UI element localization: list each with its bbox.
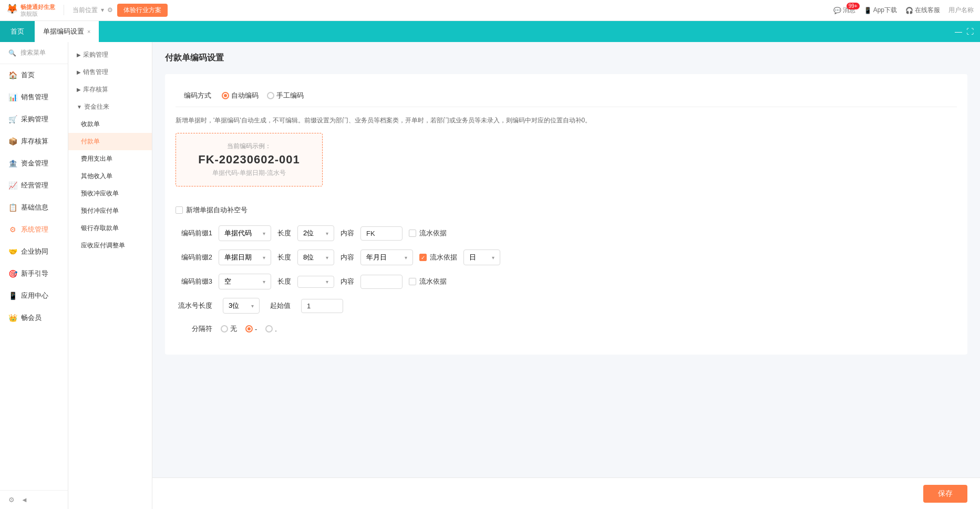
nav-dropdown-icon[interactable]: ▾ <box>101 6 104 14</box>
length3-select[interactable]: ▾ <box>297 276 334 288</box>
sidebar-item-system[interactable]: ⚙ 系统管理 <box>0 219 68 241</box>
serial1-checkbox[interactable] <box>409 230 416 237</box>
sep-dot-radio[interactable]: . <box>265 325 277 333</box>
tab-close-button[interactable]: × <box>87 28 90 35</box>
sidebar-group-purchase-title[interactable]: ▶ 采购管理 <box>68 46 152 64</box>
nav-search[interactable]: 🔍 搜索菜单 <box>0 42 68 64</box>
notice-text: 新增单据时，'单据编码'自动生成，不可编辑。前缀设置为部门、业务员等档案类，开单… <box>176 116 957 126</box>
sep-none-radio[interactable]: 无 <box>221 324 237 334</box>
serial2-label: 流水依据 <box>430 253 457 262</box>
bottom-settings-icon[interactable]: ⚙ <box>8 496 15 504</box>
group-arrow-sales: ▶ <box>77 69 81 75</box>
serial-length-select[interactable]: 3位 ▾ <box>223 298 260 314</box>
tab-minimize-icon[interactable]: — <box>955 27 962 36</box>
manual-code-radio[interactable]: 手工编码 <box>267 91 304 100</box>
tab-bar: 首页 单据编码设置 × — ⛶ <box>0 21 980 42</box>
sep-none-label: 无 <box>230 324 237 334</box>
sidebar-group-sales-title[interactable]: ▶ 销售管理 <box>68 64 152 81</box>
preview-box: 当前编码示例： FK-20230602-001 单据代码-单据日期-流水号 <box>176 133 323 186</box>
sidebar-item-adjust[interactable]: 应收应付调整单 <box>68 237 152 254</box>
separator-label: 分隔符 <box>176 324 212 334</box>
content1-input[interactable] <box>360 226 403 241</box>
prefix3-select[interactable]: 空 ▾ <box>219 274 271 289</box>
trial-button[interactable]: 体验行业方案 <box>117 4 168 17</box>
content1-label: 内容 <box>341 228 354 238</box>
system-icon: ⚙ <box>8 225 17 234</box>
length2-value: 8位 <box>303 253 314 262</box>
message-button[interactable]: 💬 消息 99+ <box>833 6 855 15</box>
save-button[interactable]: 保存 <box>923 485 967 503</box>
sidebar-item-appcenter[interactable]: 📱 应用中心 <box>0 285 68 307</box>
prefix1-arrow-icon: ▾ <box>263 231 265 236</box>
prefix2-arrow-icon: ▾ <box>263 255 265 261</box>
start-value-label: 起始值 <box>270 301 291 310</box>
tab-maximize-icon[interactable]: ⛶ <box>966 27 974 36</box>
sidebar-item-payment[interactable]: 付款单 <box>68 133 152 150</box>
sidebar-item-inventory[interactable]: 📦 库存核算 <box>0 130 68 152</box>
auto-fill-checkbox[interactable] <box>176 206 183 214</box>
length3-arrow-icon: ▾ <box>326 279 328 285</box>
sidebar-item-inventory-label: 库存核算 <box>21 137 48 146</box>
sidebar-group-inventory-title[interactable]: ▶ 库存核算 <box>68 81 152 98</box>
sidebar-item-bank[interactable]: 银行存取款单 <box>68 220 152 237</box>
sidebar-item-basic[interactable]: 📋 基础信息 <box>0 196 68 219</box>
prefix2-select[interactable]: 单据日期 ▾ <box>219 250 271 265</box>
guide-icon: 🎯 <box>8 269 17 278</box>
app-download-label: App下载 <box>873 6 897 15</box>
sidebar-item-home[interactable]: 🏠 首页 <box>0 64 68 86</box>
online-service-button[interactable]: 🎧 在线客服 <box>905 6 940 15</box>
sidebar-item-guide-label: 新手引导 <box>21 269 48 278</box>
start-value-input[interactable] <box>301 299 343 313</box>
prefix1-select[interactable]: 单据代码 ▾ <box>219 225 271 241</box>
separator-row: 分隔符 无 - . <box>176 324 957 334</box>
bottom-collapse-icon[interactable]: ◄ <box>21 496 28 504</box>
manual-code-label: 手工编码 <box>276 91 304 100</box>
sidebar-item-enterprise[interactable]: 🤝 企业协同 <box>0 241 68 263</box>
length1-select[interactable]: 2位 ▾ <box>297 225 334 241</box>
radio-group: 自动编码 手工编码 <box>222 91 304 100</box>
tab-current[interactable]: 单据编码设置 × <box>35 21 99 42</box>
sidebar-item-other-income[interactable]: 其他收入单 <box>68 168 152 185</box>
sidebar-group-inventory: ▶ 库存核算 <box>68 81 152 98</box>
sidebar-item-member-label: 畅会员 <box>21 313 42 323</box>
sidebar-item-finance[interactable]: 🏦 资金管理 <box>0 152 68 174</box>
sidebar-item-guide[interactable]: 🎯 新手引导 <box>0 263 68 285</box>
length1-arrow-icon: ▾ <box>326 231 328 236</box>
content2-select[interactable]: 年月日 ▾ <box>360 250 413 265</box>
search-icon: 🔍 <box>8 49 16 57</box>
app-download-button[interactable]: 📱 App下载 <box>864 6 897 15</box>
top-bar: 🦊 畅捷通好生意 旗舰版 当前位置 ▾ ⚙ 体验行业方案 💬 消息 99+ 📱 … <box>0 0 980 21</box>
nav-bottom: ⚙ ◄ <box>0 490 68 509</box>
sidebar-item-operation[interactable]: 📈 经营管理 <box>0 174 68 196</box>
tab-current-label: 单据编码设置 <box>43 27 84 36</box>
sep-dash-radio[interactable]: - <box>245 325 257 333</box>
sidebar-item-receipt[interactable]: 收款单 <box>68 116 152 133</box>
length2-select[interactable]: 8位 ▾ <box>297 250 334 265</box>
nav-settings-icon[interactable]: ⚙ <box>107 6 113 14</box>
sidebar-item-prepay-payable[interactable]: 预付冲应付单 <box>68 202 152 220</box>
top-bar-left: 🦊 畅捷通好生意 旗舰版 当前位置 ▾ ⚙ 体验行业方案 <box>6 3 168 17</box>
serial2-checkbox[interactable]: ✓ <box>419 254 427 261</box>
tab-home[interactable]: 首页 <box>0 21 35 42</box>
sidebar-item-purchase-label: 采购管理 <box>21 115 48 124</box>
prefix-row-2: 编码前缀2 单据日期 ▾ 长度 8位 ▾ 内容 年月日 ▾ <box>176 250 957 265</box>
sidebar-item-prepay-receivable[interactable]: 预收冲应收单 <box>68 185 152 202</box>
sidebar-item-member[interactable]: 👑 畅会员 <box>0 307 68 329</box>
serial3-checkbox[interactable] <box>409 278 416 285</box>
auto-fill-label: 新增单据自动补空号 <box>186 205 247 215</box>
content3-input[interactable] <box>360 275 403 289</box>
user-avatar[interactable]: 用户名称 <box>948 6 974 15</box>
serial3-label: 流水依据 <box>419 277 447 286</box>
serial2-unit-select[interactable]: 日 ▾ <box>463 250 500 265</box>
sidebar-group-capital-title[interactable]: ▼ 资金往来 <box>68 98 152 116</box>
sidebar-item-purchase[interactable]: 🛒 采购管理 <box>0 108 68 130</box>
length2-arrow-icon: ▾ <box>326 255 328 261</box>
auto-code-radio[interactable]: 自动编码 <box>222 91 259 100</box>
sidebar-item-sales[interactable]: 📊 销售管理 <box>0 86 68 108</box>
preview-code: FK-20230602-001 <box>189 153 310 167</box>
sep-dot-dot <box>265 325 273 333</box>
sidebar-item-expense[interactable]: 费用支出单 <box>68 150 152 168</box>
content2-label: 内容 <box>341 253 354 262</box>
content-wrapper: 付款单编码设置 编码方式 自动编码 手工编码 <box>152 42 980 509</box>
preview-section: 当前编码示例： FK-20230602-001 单据代码-单据日期-流水号 <box>176 133 957 197</box>
